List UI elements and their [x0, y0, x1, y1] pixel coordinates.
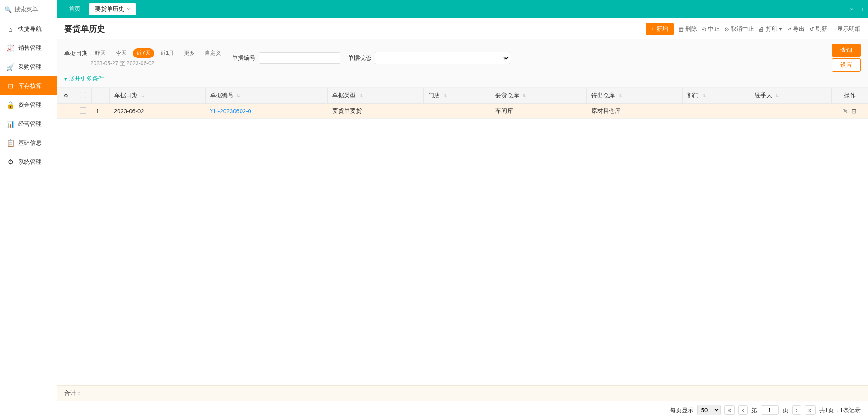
date-shortcuts: 昨天今天近7天近1月更多自定义 [91, 48, 225, 58]
table-container: ⚙ 单据日期 ⇅ 单据编号 ⇅ 单据类型 ⇅ 门店 ⇅ 要货仓库 ⇅ 待出仓库 … [57, 88, 868, 385]
sidebar-item-system[interactable]: ⚙系统管理 [0, 152, 57, 171]
status-select[interactable] [375, 52, 510, 64]
export-button[interactable]: ↗ 导出 [787, 25, 805, 33]
expand-more-button[interactable]: ▾ 展开更多条件 [64, 75, 861, 83]
date-shortcut-近1月[interactable]: 近1月 [157, 48, 178, 58]
doc-number-filter: 单据编号 [232, 52, 340, 64]
select-all-checkbox[interactable] [80, 92, 86, 98]
col-checkbox [75, 88, 91, 104]
row-type-0: 要货单要货 [328, 104, 424, 119]
page-number-input[interactable] [761, 405, 779, 415]
export-icon: ↗ [787, 26, 792, 33]
first-page-button[interactable]: « [724, 405, 735, 415]
search-icon: 🔍 [5, 6, 12, 13]
stop-icon: ⊘ [702, 26, 707, 33]
sidebar-item-label: 快捷导航 [18, 25, 42, 33]
refresh-icon: ↺ [809, 26, 814, 33]
checkbox-display-icon: □ [832, 26, 835, 33]
col-handler: 经手人 ⇅ [750, 88, 832, 104]
per-page-select[interactable]: 2050100200 [697, 405, 721, 415]
display-detail-button[interactable]: □ 显示明细 [832, 25, 861, 33]
cancel-stop-button[interactable]: ⊘ 取消中止 [724, 25, 754, 33]
operations-icon: 📊 [6, 120, 14, 128]
sidebar-item-label: 基础信息 [18, 139, 42, 147]
total-label: 合计： [64, 390, 82, 396]
per-page-label: 每页显示 [670, 406, 693, 414]
sidebar-item-label: 系统管理 [18, 158, 42, 166]
sidebar-item-operations[interactable]: 📊经营管理 [0, 114, 57, 133]
purchase-icon: 🛒 [6, 63, 14, 71]
col-type: 单据类型 ⇅ [328, 88, 424, 104]
sidebar-item-inventory[interactable]: ⊡库存核算 [0, 76, 57, 95]
window-resize-icon[interactable]: □ [859, 6, 863, 13]
main-area: 首页 要货单历史 × — × □ 要货单历史 + 新增 🗑 🗑 删除 删除 [57, 0, 868, 419]
last-page-button[interactable]: » [805, 405, 815, 415]
page-prefix: 第 [751, 406, 757, 414]
status-filter: 单据状态 ▾ [348, 52, 825, 64]
sales-icon: 📈 [6, 44, 14, 52]
row-select-checkbox-0[interactable] [80, 107, 86, 114]
filter-row-1: 单据日期 昨天今天近7天近1月更多自定义 2023-05-27 至 2023-0… [64, 44, 861, 72]
date-range-display: 2023-05-27 至 2023-06-02 [90, 60, 154, 67]
row-store-0 [424, 104, 491, 119]
sidebar-item-label: 经营管理 [18, 120, 42, 128]
sidebar-search-label: 搜索菜单 [14, 5, 38, 14]
row-pending-warehouse-0: 原材料仓库 [587, 104, 683, 119]
sidebar-item-quick-nav[interactable]: ⌂快捷导航 [0, 19, 57, 38]
doc-number-input[interactable] [259, 52, 340, 64]
col-store: 门店 ⇅ [424, 88, 491, 104]
refresh-button[interactable]: ↺ 刷新 [809, 25, 827, 33]
delete-button[interactable]: 🗑 🗑 删除 删除 [678, 25, 697, 33]
col-date: 单据日期 ⇅ [109, 88, 205, 104]
settings-button[interactable]: 设置 [832, 58, 861, 72]
date-shortcut-近7天[interactable]: 近7天 [133, 48, 154, 58]
sidebar-item-basic-info[interactable]: 📋基础信息 [0, 133, 57, 152]
tab-home[interactable]: 首页 [62, 3, 87, 15]
col-pending-warehouse: 待出仓库 ⇅ [587, 88, 683, 104]
sidebar-search[interactable]: 🔍 搜索菜单 [0, 0, 57, 19]
filter-area: 单据日期 昨天今天近7天近1月更多自定义 2023-05-27 至 2023-0… [57, 39, 868, 88]
sidebar: 🔍 搜索菜单 ⌂快捷导航📈销售管理🛒采购管理⊡库存核算🔒资金管理📊经营管理📋基础… [0, 0, 57, 419]
new-button[interactable]: + 新增 [646, 23, 673, 35]
col-department: 部门 ⇅ [683, 88, 750, 104]
query-button[interactable]: 查询 [832, 44, 861, 57]
row-copy-icon-0[interactable]: ⊞ [851, 107, 857, 114]
sidebar-item-purchase[interactable]: 🛒采购管理 [0, 57, 57, 76]
topbar: 首页 要货单历史 × — × □ [57, 0, 868, 18]
prev-page-button[interactable]: ‹ [738, 405, 747, 415]
sidebar-item-finance[interactable]: 🔒资金管理 [0, 95, 57, 114]
col-settings[interactable]: ⚙ [57, 88, 75, 104]
tab-close-icon[interactable]: × [127, 6, 130, 12]
status-label: 单据状态 [348, 54, 371, 62]
row-handler-0 [750, 104, 832, 119]
content-area: 要货单历史 + 新增 🗑 🗑 删除 删除 ⊘ 中止 ⊘ 取消中止 🖨 [57, 18, 868, 419]
sidebar-item-label: 资金管理 [18, 101, 42, 109]
cancel-stop-icon: ⊘ [724, 26, 729, 33]
page-title: 要货单历史 [64, 24, 105, 34]
row-edit-icon-0[interactable]: ✎ [843, 107, 848, 114]
row-date-0: 2023-06-02 [109, 104, 205, 119]
print-button[interactable]: 🖨 打印 ▾ [759, 25, 783, 33]
page-suffix: 页 [783, 406, 788, 414]
window-close-icon[interactable]: × [850, 6, 854, 13]
print-icon: 🖨 [759, 26, 764, 33]
next-page-button[interactable]: › [792, 405, 801, 415]
stop-button[interactable]: ⊘ 中止 [702, 25, 720, 33]
page-header: 要货单历史 + 新增 🗑 🗑 删除 删除 ⊘ 中止 ⊘ 取消中止 🖨 [57, 18, 868, 39]
delete-icon: 🗑 [678, 26, 684, 33]
date-shortcut-昨天[interactable]: 昨天 [91, 48, 109, 58]
date-shortcut-更多[interactable]: 更多 [180, 48, 198, 58]
chevron-down-icon: ▾ [64, 76, 67, 82]
row-checkbox-0 [75, 104, 91, 119]
date-shortcut-今天[interactable]: 今天 [112, 48, 130, 58]
table-header-row: ⚙ 单据日期 ⇅ 单据编号 ⇅ 单据类型 ⇅ 门店 ⇅ 要货仓库 ⇅ 待出仓库 … [57, 88, 868, 104]
sidebar-item-sales[interactable]: 📈销售管理 [0, 38, 57, 57]
col-req-warehouse: 要货仓库 ⇅ [491, 88, 587, 104]
finance-icon: 🔒 [6, 101, 14, 109]
window-minimize-icon[interactable]: — [839, 6, 845, 13]
date-filter-label: 单据日期 [64, 49, 88, 57]
tab-active[interactable]: 要货单历史 × [89, 3, 136, 15]
row-number-0[interactable]: YH-20230602-0 [205, 104, 328, 119]
date-shortcut-自定义[interactable]: 自定义 [201, 48, 225, 58]
col-seq [91, 88, 109, 104]
